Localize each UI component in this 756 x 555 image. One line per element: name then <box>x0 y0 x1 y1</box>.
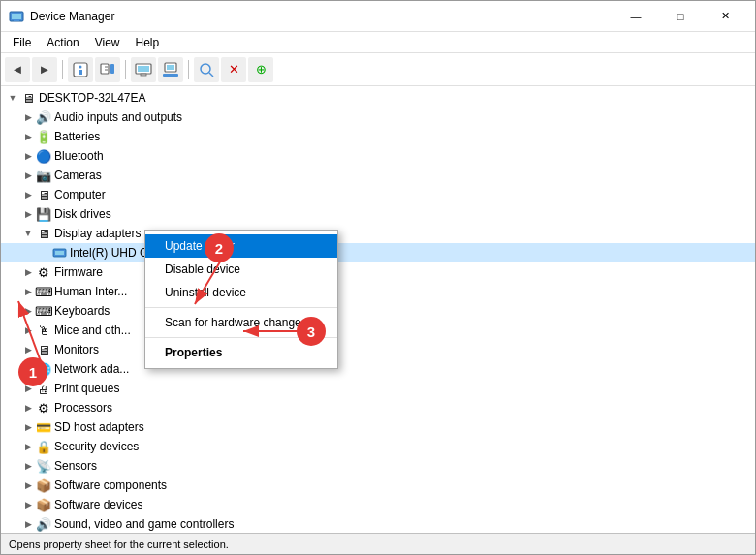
device-manager-window: Device Manager — □ ✕ File Action View He… <box>0 0 756 555</box>
software-dev-icon: 📦 <box>36 497 51 512</box>
ctx-disable-device[interactable]: Disable device <box>145 258 337 281</box>
close-button[interactable]: ✕ <box>703 1 747 32</box>
list-item[interactable]: ▶ 🔊 Audio inputs and outputs <box>1 108 755 127</box>
ctx-properties[interactable]: Properties <box>145 341 337 364</box>
ctx-sep-1 <box>145 307 337 308</box>
list-item[interactable]: ▶ 🔵 Bluetooth <box>1 146 755 166</box>
ctx-update-driver[interactable]: Update driver <box>145 234 337 258</box>
menu-view[interactable]: View <box>87 34 128 51</box>
list-item[interactable]: ▶ 🖥 Computer <box>1 185 755 204</box>
toolbar-display2[interactable] <box>158 57 183 82</box>
maximize-button[interactable]: □ <box>658 1 703 32</box>
sensor-icon: 📡 <box>36 458 51 474</box>
list-item[interactable]: ▶ ⌨ Human Inter... <box>1 282 755 301</box>
toolbar-forward[interactable]: ► <box>32 57 57 82</box>
toolbar-add[interactable]: ⊕ <box>248 57 273 82</box>
computer-icon: 🖥 <box>20 90 36 106</box>
toolbar-display1[interactable] <box>131 57 156 82</box>
expand-icon[interactable]: ▶ <box>20 187 36 202</box>
expand-icon[interactable]: ▶ <box>20 206 36 222</box>
expand-icon[interactable]: ▶ <box>20 342 36 357</box>
list-item[interactable]: ▼ 🖥 Display adapters <box>1 224 755 243</box>
item-label: Display adapters <box>54 227 141 240</box>
minimize-button[interactable]: — <box>614 1 658 32</box>
window-controls: — □ ✕ <box>614 1 747 32</box>
tree-view[interactable]: ▼ 🖥 DESKTOP-32L47EA ▶ 🔊 Audio inputs and… <box>1 86 755 533</box>
list-item[interactable]: ▶ ⌨ Keyboards <box>1 301 755 321</box>
expand-icon[interactable]: ▶ <box>20 439 36 454</box>
expand-icon[interactable]: ▶ <box>20 381 36 396</box>
svg-line-17 <box>209 73 213 77</box>
item-label: Audio inputs and outputs <box>54 110 182 124</box>
list-item[interactable]: ▶ 🌐 Network ada... <box>1 359 755 379</box>
expand-icon[interactable]: ▶ <box>20 419 36 435</box>
expand-icon[interactable]: ▼ <box>20 226 36 241</box>
expand-icon[interactable]: ▶ <box>20 478 36 493</box>
expand-icon[interactable]: ▶ <box>20 129 36 144</box>
item-label: Computer <box>54 188 106 201</box>
toolbar-delete[interactable]: ✕ <box>221 57 246 82</box>
svg-rect-7 <box>110 64 114 74</box>
list-item[interactable]: ▶ 📦 Software components <box>1 476 755 495</box>
ctx-sep-2 <box>145 337 337 338</box>
expand-icon[interactable]: ▶ <box>20 497 36 512</box>
software-comp-icon: 📦 <box>36 478 51 493</box>
list-item[interactable]: ▶ 🔒 Security devices <box>1 437 755 456</box>
toolbar-properties[interactable] <box>68 57 93 82</box>
svg-rect-5 <box>79 70 82 75</box>
toolbar-back[interactable]: ◄ <box>5 57 30 82</box>
menu-bar: File Action View Help <box>1 32 755 53</box>
item-label: Bluetooth <box>54 149 104 163</box>
menu-file[interactable]: File <box>5 34 39 51</box>
item-label: Software devices <box>54 498 142 511</box>
list-item[interactable]: ▶ ⚙ Firmware <box>1 262 755 282</box>
expand-icon[interactable]: ▶ <box>20 109 36 125</box>
camera-icon: 📷 <box>36 168 51 183</box>
expand-icon[interactable]: ▶ <box>20 148 36 164</box>
list-item[interactable]: ▶ 💳 SD host adapters <box>1 417 755 437</box>
security-icon: 🔒 <box>36 439 51 454</box>
gpu-icon <box>51 245 67 261</box>
menu-action[interactable]: Action <box>39 34 86 51</box>
expand-icon[interactable]: ▶ <box>20 264 36 280</box>
list-item[interactable]: ▶ 🖱 Mice and oth... <box>1 321 755 340</box>
list-item[interactable]: ▶ 📦 Software devices <box>1 495 755 514</box>
computer-icon: 🖥 <box>36 187 51 202</box>
menu-help[interactable]: Help <box>128 34 168 51</box>
ctx-uninstall-device[interactable]: Uninstall device <box>145 281 337 304</box>
expand-icon[interactable]: ▶ <box>20 400 36 416</box>
status-bar: Opens property sheet for the current sel… <box>1 533 755 554</box>
processor-icon: ⚙ <box>36 400 51 416</box>
list-item[interactable]: ▶ 🖨 Print queues <box>1 379 755 398</box>
expand-icon[interactable]: ▶ <box>20 458 36 474</box>
ctx-scan-hardware[interactable]: Scan for hardware changes <box>145 311 337 334</box>
list-item[interactable]: ▶ 🔊 Sound, video and game controllers <box>1 514 755 533</box>
toolbar-sep-3 <box>188 60 189 79</box>
list-item[interactable]: ▶ 📡 Sensors <box>1 456 755 476</box>
expand-icon[interactable]: ▶ <box>20 361 36 377</box>
svg-rect-15 <box>163 74 178 77</box>
list-item[interactable]: ▶ 💾 Disk drives <box>1 204 755 224</box>
expand-icon[interactable]: ▶ <box>20 516 36 532</box>
svg-point-16 <box>201 64 210 74</box>
item-label: Human Inter... <box>54 285 127 298</box>
list-item[interactable]: ▶ ⚙ Processors <box>1 398 755 417</box>
svg-rect-2 <box>14 19 19 21</box>
context-menu: Update driver Disable device Uninstall d… <box>144 230 338 369</box>
toolbar: ◄ ► <box>1 53 755 86</box>
root-expand-icon[interactable]: ▼ <box>5 90 20 106</box>
display-icon: 🖥 <box>36 226 51 241</box>
list-item[interactable]: ▶ 📷 Cameras <box>1 166 755 185</box>
audio-icon: 🔊 <box>36 109 51 125</box>
toolbar-update[interactable] <box>95 57 120 82</box>
list-item[interactable]: ▶ 🖥 Monitors <box>1 340 755 359</box>
item-label: Monitors <box>54 343 99 356</box>
tree-root[interactable]: ▼ 🖥 DESKTOP-32L47EA <box>1 88 755 108</box>
selected-device[interactable]: Intel(R) UHD Gra... <box>1 243 755 262</box>
disk-icon: 💾 <box>36 206 51 222</box>
printer-icon: 🖨 <box>36 381 51 396</box>
toolbar-scan[interactable] <box>194 57 219 82</box>
list-item[interactable]: ▶ 🔋 Batteries <box>1 127 755 146</box>
expand-icon[interactable]: ▶ <box>20 168 36 183</box>
expand-icon[interactable]: ▶ <box>20 323 36 338</box>
